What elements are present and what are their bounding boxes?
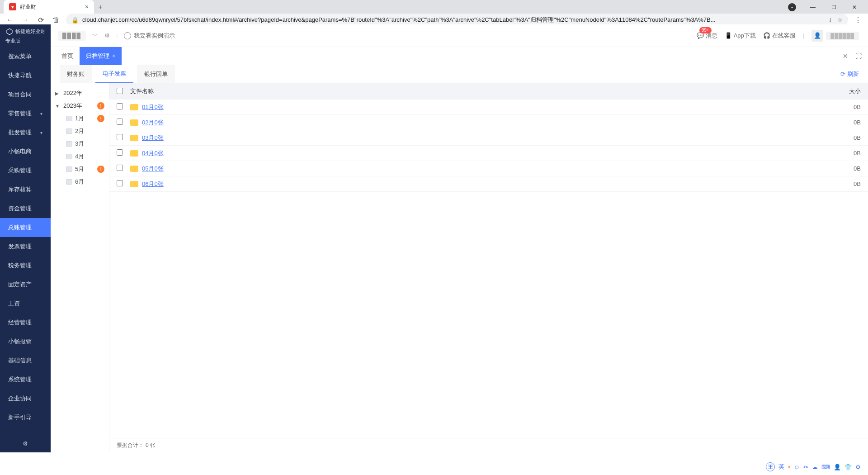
refresh-button[interactable]: ⟳ 刷新 <box>840 70 859 78</box>
window-close-button[interactable]: ✕ <box>844 1 864 14</box>
ime-mode-icon[interactable]: 王 <box>766 462 775 471</box>
inner-tab-einvoice[interactable]: 电子发票 <box>95 65 133 83</box>
chevron-down-icon[interactable]: ﹀ <box>92 32 98 40</box>
sidebar-item-11[interactable]: 税务管理 <box>0 256 51 275</box>
sidebar-item-5[interactable]: 小畅电商 <box>0 142 51 161</box>
ime-scissors-icon[interactable]: ✂ <box>803 464 808 470</box>
browser-tab[interactable]: ♥ 好业财 × <box>4 0 94 14</box>
tree-month-4[interactable]: 4月 <box>64 150 106 163</box>
url-text: cloud.chanjet.com/cc/u6d89qwnryel/57bfsk… <box>82 16 824 24</box>
nav-reload-button[interactable]: ⟳ <box>35 16 46 24</box>
inner-tab-bank[interactable]: 银行回单 <box>137 65 175 83</box>
new-tab-button[interactable]: + <box>94 1 107 14</box>
ime-settings-icon[interactable]: ⚙ <box>855 464 861 470</box>
folder-icon <box>66 154 72 159</box>
tree-month-5[interactable]: 5月! <box>64 163 106 176</box>
sidebar-item-10[interactable]: 发票管理 <box>0 237 51 256</box>
tree-month-1[interactable]: 1月! <box>64 112 106 125</box>
sidebar-item-3[interactable]: 零售管理▾ <box>0 104 51 123</box>
bookmark-star-icon[interactable]: ☆ <box>837 17 843 24</box>
org-selector[interactable]: ████ <box>58 31 86 41</box>
row-checkbox[interactable] <box>117 165 123 171</box>
file-link[interactable]: 01月0张 <box>142 103 164 111</box>
app-download-button[interactable]: 📱 App下载 <box>725 32 756 40</box>
table-row: 04月0张0B <box>109 146 868 161</box>
file-link[interactable]: 05月0张 <box>142 165 164 173</box>
ime-dot-icon[interactable]: • <box>788 464 790 470</box>
ime-toolbar[interactable]: 王 英 • ☺ ✂ ☁ ⌨ 👤 👕 ⚙ <box>763 461 863 472</box>
folder-icon <box>130 181 138 187</box>
headset-icon: 🎧 <box>763 32 770 39</box>
alert-badge: ! <box>97 102 104 109</box>
ime-keyboard-icon[interactable]: ⌨ <box>821 464 830 470</box>
nav-forward-button[interactable]: → <box>20 16 31 24</box>
sidebar-item-9[interactable]: 总账管理 <box>0 218 51 237</box>
tab-close-icon[interactable]: × <box>85 3 89 10</box>
tree-month-6[interactable]: 6月 <box>64 176 106 188</box>
sidebar-item-6[interactable]: 采购管理 <box>0 161 51 180</box>
sidebar-item-1[interactable]: 快捷导航 <box>0 66 51 85</box>
ime-person-icon[interactable]: 👤 <box>834 464 841 470</box>
file-table: 文件名称 大小 01月0张0B02月0张0B03月0张0B04月0张0B05月0… <box>109 83 868 452</box>
file-link[interactable]: 06月0张 <box>142 180 164 188</box>
sidebar-settings-icon[interactable]: ⚙ <box>0 434 51 452</box>
row-checkbox[interactable] <box>117 134 123 140</box>
messages-button[interactable]: 💬 消息 99+ <box>697 32 717 40</box>
tree-year-2023[interactable]: ▼ 2023年 ! <box>53 100 106 112</box>
ime-cloud-icon[interactable]: ☁ <box>812 464 818 470</box>
sidebar-item-4[interactable]: 批发管理▾ <box>0 123 51 142</box>
file-link[interactable]: 03月0张 <box>142 134 164 142</box>
file-link[interactable]: 02月0张 <box>142 119 164 127</box>
account-dot-icon[interactable]: • <box>782 1 802 14</box>
sidebar-item-7[interactable]: 库存核算 <box>0 180 51 199</box>
sidebar-item-8[interactable]: 资金管理 <box>0 199 51 218</box>
tab-home[interactable]: 首页 <box>55 47 80 65</box>
sidebar-item-13[interactable]: 工资 <box>0 294 51 313</box>
inner-tabs: 财务账 电子发票 银行回单 ⟳ 刷新 <box>51 65 868 83</box>
table-row: 02月0张0B <box>109 115 868 130</box>
sidebar-item-12[interactable]: 固定资产 <box>0 275 51 294</box>
support-button[interactable]: 🎧 在线客服 <box>763 32 796 40</box>
nav-delete-icon[interactable]: 🗑 <box>51 16 61 24</box>
sidebar-item-18[interactable]: 企业协同 <box>0 389 51 408</box>
sidebar-item-19[interactable]: 新手引导 <box>0 408 51 427</box>
file-link[interactable]: 04月0张 <box>142 149 164 157</box>
sidebar-item-14[interactable]: 经营管理 <box>0 313 51 332</box>
sidebar-item-17[interactable]: 系统管理 <box>0 370 51 389</box>
row-checkbox[interactable] <box>117 180 123 186</box>
tabs-close-all-icon[interactable]: ✕ <box>841 52 850 60</box>
page-tabs: 首页 归档管理 × ✕ ⛶ <box>51 47 868 65</box>
refresh-icon: ⟳ <box>840 71 845 77</box>
folder-icon <box>130 119 138 126</box>
user-menu[interactable]: 👤 ██████ <box>811 30 859 42</box>
browser-menu-icon[interactable]: ⋮ <box>853 16 863 24</box>
tree-month-3[interactable]: 3月 <box>64 138 106 150</box>
col-size: 大小 <box>834 87 861 95</box>
ime-emoji-icon[interactable]: ☺ <box>794 464 800 470</box>
file-size: 0B <box>834 104 861 110</box>
caret-right-icon: ▶ <box>55 91 61 96</box>
chevron-down-icon: ▾ <box>40 111 42 116</box>
inner-tab-finance[interactable]: 财务账 <box>60 65 92 83</box>
gear-icon[interactable]: ⚙ <box>104 32 110 39</box>
window-maximize-button[interactable]: ☐ <box>824 1 844 14</box>
select-all-checkbox[interactable] <box>117 88 123 94</box>
row-checkbox[interactable] <box>117 149 123 156</box>
row-checkbox[interactable] <box>117 119 123 125</box>
ime-shirt-icon[interactable]: 👕 <box>844 464 852 470</box>
sidebar-item-15[interactable]: 小畅报销 <box>0 332 51 351</box>
sidebar-item-2[interactable]: 项目合同 <box>0 85 51 104</box>
row-checkbox[interactable] <box>117 103 123 109</box>
ime-lang[interactable]: 英 <box>778 463 784 471</box>
tree-year-2022[interactable]: ▶ 2022年 <box>53 87 106 100</box>
fullscreen-icon[interactable]: ⛶ <box>854 52 863 60</box>
window-minimize-button[interactable]: — <box>803 1 823 14</box>
demo-link[interactable]: 我要看实例演示 <box>124 32 175 40</box>
install-app-icon[interactable]: ⤓ <box>828 17 833 24</box>
tab-close-icon[interactable]: × <box>112 53 115 59</box>
nav-back-button[interactable]: ← <box>5 16 15 24</box>
sidebar-item-0[interactable]: 搜索菜单 <box>0 47 51 66</box>
sidebar-item-16[interactable]: 基础信息 <box>0 351 51 370</box>
tree-month-2[interactable]: 2月 <box>64 125 106 138</box>
tab-archive[interactable]: 归档管理 × <box>80 47 122 65</box>
